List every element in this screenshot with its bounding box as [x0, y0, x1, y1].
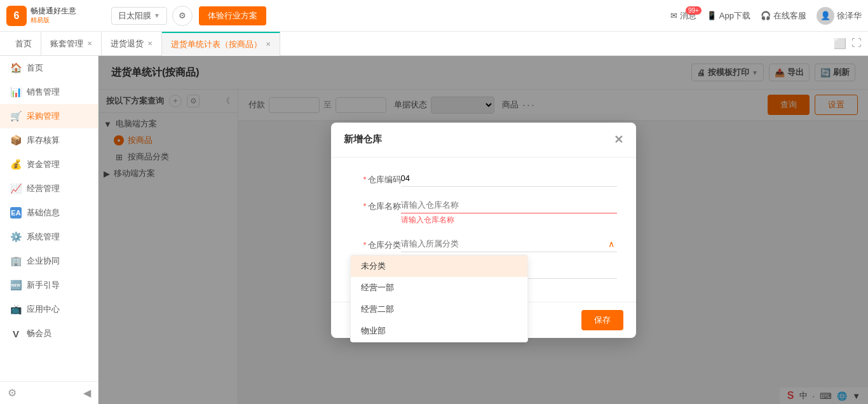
sidebar-item-system[interactable]: ⚙️ 系统管理 [0, 225, 98, 249]
warehouse-category-row: 仓库分类 ∧ 未分类 经营一部 经营二部 物业部 [350, 236, 617, 252]
tab-purchase-stats[interactable]: 进货单统计表（按商品） ✕ [162, 32, 280, 56]
tab-purchase-return-close[interactable]: ✕ [147, 40, 153, 47]
sidebar-item-sales[interactable]: 📊 销售管理 [0, 80, 98, 104]
member-icon: V [10, 328, 22, 339]
modal-body: 仓库编码 仓库名称 请输入仓库名称 [331, 158, 636, 302]
company-selector[interactable]: 日太阳膜 ▼ [111, 7, 167, 25]
name-label: 仓库名称 [350, 197, 401, 212]
sidebar-item-app-center[interactable]: 📺 应用中心 [0, 297, 98, 321]
sidebar-member-label: 畅会员 [27, 328, 51, 339]
warehouse-code-input[interactable] [401, 170, 617, 187]
guide-icon: 🆕 [10, 279, 22, 291]
home-icon: 🏠 [10, 62, 22, 74]
tab-home[interactable]: 首页 [6, 32, 41, 56]
chevron-down-icon: ▼ [154, 12, 160, 19]
app-label: App下载 [719, 10, 750, 22]
tab-purchase-stats-close[interactable]: ✕ [266, 41, 271, 48]
warehouse-code-row: 仓库编码 [350, 170, 617, 187]
modal-close-button[interactable]: ✕ [614, 133, 623, 147]
sidebar-item-operations[interactable]: 📈 经营管理 [0, 177, 98, 201]
tab-account-close[interactable]: ✕ [87, 40, 92, 47]
tab-account[interactable]: 账套管理 ✕ [41, 32, 102, 56]
modal-title: 新增仓库 [344, 133, 382, 145]
save-button[interactable]: 保存 [581, 310, 623, 330]
logo-text: 畅捷通好生意 [31, 6, 76, 17]
sidebar-item-home[interactable]: 🏠 首页 [0, 56, 98, 80]
service-label: 在线客服 [773, 10, 806, 22]
tab-purchase-return[interactable]: 进货退货 ✕ [102, 32, 162, 56]
category-select-wrap: ∧ 未分类 经营一部 经营二部 物业部 [401, 236, 617, 252]
warehouse-category-input[interactable] [401, 236, 617, 252]
code-input-wrap [401, 170, 617, 187]
sidebar-item-enterprise[interactable]: 🏢 企业协同 [0, 249, 98, 273]
sidebar-guide-label: 新手引导 [27, 279, 60, 291]
user-name: 徐泽华 [837, 10, 862, 22]
content-area: 进货单统计(按商品) 🖨 按模板打印 ▼ 📤 导出 🔄 刷新 [98, 56, 868, 404]
category-label: 仓库分类 [350, 236, 401, 251]
modal-overlay: 新增仓库 ✕ 仓库编码 仓库名称 [98, 56, 868, 404]
tab-actions: ⬜ ⛶ [834, 37, 862, 50]
tab-account-label: 账套管理 [50, 38, 83, 50]
logo-sub: 精易版 [31, 16, 76, 25]
enterprise-icon: 🏢 [10, 255, 22, 267]
inventory-icon: 📦 [10, 135, 22, 146]
sidebar: 🏠 首页 📊 销售管理 🛒 采购管理 📦 库存核算 💰 资金管理 📈 经营管理 … [0, 56, 98, 404]
message-icon: ✉ [670, 11, 677, 20]
messages-item[interactable]: ✉ 消息 99+ [670, 10, 696, 22]
sidebar-inventory-label: 库存核算 [27, 135, 60, 146]
sidebar-item-inventory[interactable]: 📦 库存核算 [0, 128, 98, 152]
sidebar-operations-label: 经营管理 [27, 183, 60, 194]
tab-purchase-stats-label: 进货单统计表（按商品） [171, 39, 262, 50]
headset-icon: 🎧 [761, 11, 771, 20]
dropdown-item-ops1[interactable]: 经营一部 [351, 277, 527, 299]
company-name: 日太阳膜 [118, 10, 151, 22]
code-label: 仓库编码 [350, 170, 401, 185]
dropdown-item-uncategorized[interactable]: 未分类 [351, 255, 527, 277]
sidebar-item-purchase[interactable]: 🛒 采购管理 [0, 104, 98, 128]
tab-purchase-return-label: 进货退货 [111, 38, 144, 50]
app-download-item[interactable]: 📱 App下载 [707, 10, 750, 22]
new-warehouse-modal: 新增仓库 ✕ 仓库编码 仓库名称 [331, 123, 636, 338]
logo-area: 6 畅捷通好生意 精易版 [6, 6, 105, 26]
logo-text-block: 畅捷通好生意 精易版 [31, 6, 76, 25]
sidebar-collapse-icon[interactable]: ◀ [83, 387, 91, 399]
mobile-icon: 📱 [707, 11, 717, 20]
sidebar-finance-label: 资金管理 [27, 159, 60, 170]
operations-icon: 📈 [10, 183, 22, 194]
notification-badge: 99+ [686, 6, 702, 15]
category-chevron-icon[interactable]: ∧ [608, 239, 614, 249]
sidebar-purchase-label: 采购管理 [27, 111, 60, 122]
tab-minimize-icon[interactable]: ⬜ [834, 37, 846, 50]
system-icon: ⚙️ [10, 231, 22, 243]
user-item[interactable]: 👤 徐泽华 [817, 7, 862, 25]
dropdown-item-ops2[interactable]: 经营二部 [351, 299, 527, 320]
modal-header: 新增仓库 ✕ [331, 123, 636, 158]
sidebar-item-guide[interactable]: 🆕 新手引导 [0, 273, 98, 297]
purchase-icon: 🛒 [10, 111, 22, 122]
dropdown-item-property[interactable]: 物业部 [351, 320, 527, 342]
sidebar-basic-info-label: 基础信息 [27, 207, 60, 219]
sidebar-item-basic-info[interactable]: EA 基础信息 [0, 201, 98, 225]
sidebar-item-finance[interactable]: 💰 资金管理 [0, 152, 98, 177]
settings-icon[interactable]: ⚙ [172, 6, 193, 26]
online-service-item[interactable]: 🎧 在线客服 [761, 10, 806, 22]
name-error-msg: 请输入仓库名称 [401, 215, 617, 226]
sidebar-settings-icon[interactable]: ⚙ [8, 387, 17, 399]
avatar: 👤 [817, 7, 834, 25]
app-center-icon: 📺 [10, 304, 22, 315]
warehouse-name-row: 仓库名称 请输入仓库名称 [350, 197, 617, 226]
sidebar-app-center-label: 应用中心 [27, 304, 60, 315]
tab-bar: 首页 账套管理 ✕ 进货退货 ✕ 进货单统计表（按商品） ✕ ⬜ ⛶ [0, 32, 868, 56]
name-input-wrap: 请输入仓库名称 [401, 197, 617, 226]
header-right: ✉ 消息 99+ 📱 App下载 🎧 在线客服 👤 徐泽华 [670, 7, 862, 25]
basic-info-icon: EA [10, 207, 22, 219]
tab-home-label: 首页 [15, 38, 32, 50]
category-dropdown: 未分类 经营一部 经营二部 物业部 [350, 255, 528, 342]
experience-button[interactable]: 体验行业方案 [199, 6, 266, 25]
top-header: 6 畅捷通好生意 精易版 日太阳膜 ▼ ⚙ 体验行业方案 ✉ 消息 99+ 📱 … [0, 0, 868, 32]
sidebar-home-label: 首页 [27, 62, 43, 74]
warehouse-name-input[interactable] [401, 197, 617, 213]
sidebar-enterprise-label: 企业协同 [27, 255, 60, 267]
sidebar-item-member[interactable]: V 畅会员 [0, 321, 98, 346]
tab-expand-icon[interactable]: ⛶ [851, 37, 862, 50]
